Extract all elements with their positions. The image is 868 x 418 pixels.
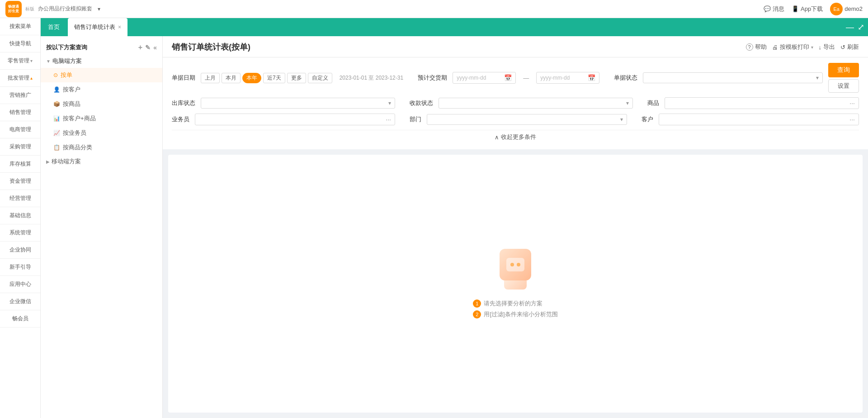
scheme-item-by-order[interactable]: ⊙ 按单	[41, 68, 162, 82]
settings-button[interactable]: 设置	[828, 79, 859, 93]
btn-last-7-days[interactable]: 近7天	[263, 73, 285, 83]
department-select[interactable]: ▾	[427, 114, 627, 125]
scheme-item-by-customer-label: 按客户	[63, 86, 80, 94]
sidebar-item-sales[interactable]: 销售管理	[0, 104, 40, 121]
btn-last-month[interactable]: 上月	[201, 73, 220, 83]
page-title: 销售订单统计表(按单)	[172, 42, 250, 52]
message-icon: 💬	[764, 5, 771, 12]
payment-status-select[interactable]: ▾	[439, 98, 633, 109]
sidebar-item-member[interactable]: 畅会员	[0, 310, 40, 328]
export-label: 导出	[823, 43, 835, 51]
sidebar-item-app-center[interactable]: 应用中心	[0, 276, 40, 293]
ship-status-select[interactable]: ▾	[201, 98, 395, 109]
collapse-btn[interactable]: ∧ 收起更多条件	[172, 130, 859, 144]
sidebar-item-quick-nav[interactable]: 快捷导航	[0, 35, 40, 52]
tab-home[interactable]: 首页	[41, 18, 67, 36]
refresh-btn[interactable]: ↺ 刷新	[840, 43, 859, 51]
refresh-icon: ↺	[840, 44, 845, 51]
scheme-item-by-product-category[interactable]: 📋 按商品分类	[41, 140, 162, 155]
tabbar-expand-btn[interactable]: ⤢	[858, 22, 864, 32]
user-name: demo2	[844, 5, 863, 12]
forecast-date-end[interactable]: yyyy-mm-dd 📅	[536, 72, 599, 84]
calendar-start-icon[interactable]: 📅	[504, 74, 512, 81]
customer-select[interactable]: ···	[659, 114, 859, 125]
scheme-group-pc-header[interactable]: ▼ 电脑端方案	[41, 54, 162, 68]
sidebar-item-system[interactable]: 系统管理	[0, 224, 40, 242]
sidebar-item-inventory[interactable]: 库存核算	[0, 156, 40, 173]
sidebar-item-operations[interactable]: 经营管理	[0, 190, 40, 207]
scheme-item-by-product[interactable]: 📦 按商品	[41, 97, 162, 111]
scheme-mobile[interactable]: ▶ 移动端方案	[41, 155, 162, 168]
app-download-label: App下载	[801, 5, 823, 13]
empty-tip-1-text: 请先选择要分析的方案	[484, 299, 542, 308]
sidebar-item-search-menu[interactable]: 搜索菜单	[0, 18, 40, 35]
forecast-date-label: 预计交货期	[418, 74, 447, 82]
scheme-item-by-customer[interactable]: 👤 按客户	[41, 82, 162, 97]
refresh-label: 刷新	[847, 43, 859, 51]
product-dots-icon[interactable]: ···	[849, 100, 855, 107]
help-btn[interactable]: ? 帮助	[746, 43, 767, 51]
template-print-btn[interactable]: 🖨 按模板打印 ▾	[772, 43, 813, 51]
sidebar-item-newbie[interactable]: 新手引导	[0, 259, 40, 276]
sidebar-item-marketing[interactable]: 营销推广	[0, 87, 40, 104]
collapse-panel-icon[interactable]: «	[153, 44, 157, 51]
message-btn[interactable]: 💬 消息	[764, 5, 784, 13]
content-area: 首页 销售订单统计表 × — ⤢ 按以下方案查询 + ✎ «	[41, 18, 868, 418]
by-product-category-icon: 📋	[53, 144, 60, 151]
scheme-item-by-salesperson[interactable]: 📈 按业务员	[41, 126, 162, 140]
by-customer-icon: 👤	[53, 86, 60, 93]
empty-tip-2-text: 用[过滤]条件来缩小分析范围	[484, 310, 557, 318]
tab-close-icon[interactable]: ×	[118, 24, 121, 30]
filter-row-3: 业务员 ··· 部门 ▾ 客户 ···	[172, 114, 859, 125]
add-scheme-icon[interactable]: +	[138, 43, 142, 52]
by-order-icon: ⊙	[53, 72, 58, 78]
topbar-app-name[interactable]: 办公用品行业模拟账套	[38, 5, 92, 13]
export-btn[interactable]: ↓ 导出	[819, 43, 835, 51]
forecast-date-start[interactable]: yyyy-mm-dd 📅	[453, 72, 516, 84]
sales-label: 销售管理	[2, 109, 38, 116]
inventory-label: 库存核算	[2, 160, 38, 168]
sidebar-item-basic-info[interactable]: 基础信息	[0, 207, 40, 224]
scheme-item-by-customer-product[interactable]: 📊 按客户+商品	[41, 111, 162, 126]
topbar-dropdown-icon[interactable]: ▾	[98, 6, 100, 12]
customer-dots-icon[interactable]: ···	[849, 116, 855, 123]
sidebar-item-finance[interactable]: 资金管理	[0, 173, 40, 190]
member-label: 畅会员	[2, 315, 38, 323]
user-profile[interactable]: Ea demo2	[830, 3, 863, 15]
sidebar-item-enterprise[interactable]: 企业协同	[0, 242, 40, 259]
payment-status-label: 收款状态	[410, 99, 433, 107]
app-download-btn[interactable]: 📱 App下载	[792, 5, 823, 13]
sidebar-item-purchase[interactable]: 采购管理	[0, 138, 40, 156]
template-print-label: 按模板打印	[780, 43, 809, 51]
topbar: 畅捷通好生意 标版 办公用品行业模拟账套 ▾ 💬 消息 📱 App下载 Ea d…	[0, 0, 868, 18]
calendar-end-icon[interactable]: 📅	[588, 74, 595, 81]
tabbar: 首页 销售订单统计表 × — ⤢	[41, 18, 868, 36]
salesperson-dots-icon[interactable]: ···	[386, 116, 391, 123]
quick-nav-label: 快捷导航	[2, 40, 38, 48]
btn-this-year[interactable]: 本年	[242, 73, 261, 83]
tab-sales-order-label: 销售订单统计表	[74, 23, 115, 31]
page-content: 按以下方案查询 + ✎ « ▼ 电脑端方案 ⊙ 按单	[41, 36, 868, 418]
collapse-icon: ∧	[495, 134, 499, 141]
edit-scheme-icon[interactable]: ✎	[145, 44, 151, 51]
status-select[interactable]: ▾	[643, 72, 823, 83]
btn-this-month[interactable]: 本月	[222, 73, 241, 83]
sidebar-item-enterprise-wechat[interactable]: 企业微信	[0, 293, 40, 310]
app-logo: 畅捷通好生意	[5, 1, 22, 17]
btn-more-dates[interactable]: 更多	[287, 73, 306, 83]
tabbar-minimize-btn[interactable]: —	[846, 23, 854, 32]
sidebar-item-ecommerce[interactable]: 电商管理	[0, 121, 40, 138]
sidebar-item-retail[interactable]: 零售管理 ▾	[0, 52, 40, 70]
btn-custom-date[interactable]: 自定义	[308, 73, 332, 83]
app-download-icon: 📱	[792, 5, 799, 12]
salesperson-select[interactable]: ···	[195, 114, 395, 125]
status-label: 单据状态	[614, 74, 637, 82]
basic-info-label: 基础信息	[2, 212, 38, 219]
enterprise-label: 企业协同	[2, 246, 38, 254]
filter-area: 单据日期 上月 本月 本年 近7天 更多 自定义 2023-01-01 至 20…	[163, 57, 868, 149]
tab-sales-order[interactable]: 销售订单统计表 ×	[68, 18, 127, 36]
product-select[interactable]: ···	[665, 97, 859, 109]
tab-home-label: 首页	[48, 23, 60, 31]
query-button[interactable]: 查询	[828, 63, 859, 77]
sidebar-item-wholesale[interactable]: 批发管理 ▴	[0, 70, 40, 87]
